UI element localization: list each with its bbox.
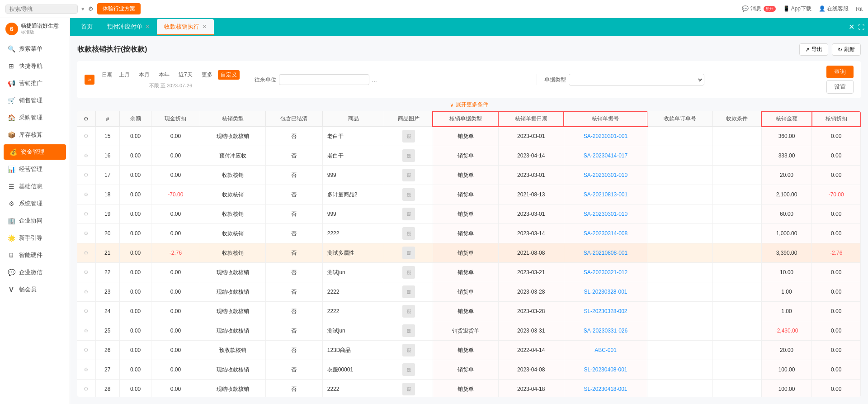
cell-verify-type: 现结收款核销 <box>200 380 265 397</box>
sidebar-item-wechat[interactable]: 💬 企业微信 <box>0 264 70 281</box>
cell-goods: 老白干 <box>322 146 384 166</box>
bill-type-select[interactable] <box>569 74 704 86</box>
cell-goods-img: 🖼 <box>384 127 433 146</box>
tab-receipt[interactable]: 收款核销执行 ✕ <box>157 19 214 35</box>
sidebar-item-search[interactable]: 🔍 搜索菜单 <box>0 40 70 57</box>
filter-toggle-btn[interactable]: » <box>85 75 94 85</box>
tab-close-all-icon[interactable]: ✕ <box>849 23 854 31</box>
th-balance: 余额 <box>120 111 151 127</box>
tab-maximize-icon[interactable]: ⛶ <box>858 24 864 31</box>
cell-goods-img: 🖼 <box>384 321 433 341</box>
sidebar-item-inventory[interactable]: 📦 库存核算 <box>0 126 70 143</box>
sidebar-item-marketing[interactable]: 📢 营销推广 <box>0 75 70 92</box>
verify-number-link[interactable]: SA-20230331-026 <box>584 328 627 334</box>
verify-number-link[interactable]: SA-20230301-010 <box>584 172 627 178</box>
cell-goods-img: 🖼 <box>384 263 433 282</box>
table-header-row: ⚙ # 余额 现金折扣 核销类型 包含已结清 商品 商品图片 核销单据类型 核销… <box>77 111 861 127</box>
cell-verify-number: SL-20230418-001 <box>564 380 647 397</box>
wechat-icon: 💬 <box>7 268 15 276</box>
chevron-down-bill-icon: ▾ <box>698 76 701 83</box>
sidebar-item-hardware[interactable]: 🖥 智能硬件 <box>0 247 70 264</box>
date-label: 日期 <box>102 71 113 79</box>
cell-receipt-order <box>647 380 713 397</box>
cell-include-cleared: 否 <box>265 263 322 282</box>
sidebar-item-guide[interactable]: 🌟 新手引导 <box>0 229 70 247</box>
cell-verify-amount: 20.00 <box>761 341 812 360</box>
cell-goods: 123D商品 <box>322 341 384 360</box>
sidebar-label-wechat: 企业微信 <box>19 268 42 276</box>
cell-verify-amount: 1,000.00 <box>761 224 812 243</box>
tab-prepay[interactable]: 预付冲应付单 ✕ <box>100 19 157 35</box>
verify-number-link[interactable]: SA-20230301-001 <box>584 133 627 139</box>
date-btn-this-year[interactable]: 本年 <box>155 70 173 80</box>
cell-cash-discount: -70.00 <box>151 185 200 204</box>
sidebar-label-sales: 销售管理 <box>19 96 42 105</box>
cell-goods-img: 🖼 <box>384 204 433 224</box>
date-btn-this-month[interactable]: 本月 <box>135 70 153 80</box>
search-input[interactable] <box>5 5 78 14</box>
cell-verify-discount: 0.00 <box>812 127 861 146</box>
sidebar-item-basic[interactable]: ☰ 基础信息 <box>0 178 70 195</box>
table-row: ⚙ 21 0.00 -2.76 收款核销 否 测试多属性 🖼 销货单 2021-… <box>77 243 861 263</box>
partner-input[interactable] <box>279 74 369 85</box>
cell-balance: 0.00 <box>120 341 151 360</box>
operations-icon: 📊 <box>7 165 15 173</box>
cell-receipt-order <box>647 263 713 282</box>
cell-receipt-order <box>647 146 713 166</box>
cell-cash-discount: 0.00 <box>151 302 200 321</box>
verify-number-link[interactable]: SA-20210808-001 <box>584 250 627 256</box>
sidebar-item-system[interactable]: ⚙ 系统管理 <box>0 195 70 212</box>
cell-verify-discount: 0.00 <box>812 341 861 360</box>
verify-number-link[interactable]: SL-20230418-001 <box>584 386 627 392</box>
refresh-button[interactable]: ↻ 刷新 <box>832 43 861 56</box>
sidebar-item-purchase[interactable]: 🏠 采购管理 <box>0 109 70 126</box>
verify-number-link[interactable]: SL-20230408-001 <box>584 366 627 373</box>
search-menu-icon: 🔍 <box>7 45 15 53</box>
setting-button[interactable]: 设置 <box>826 80 854 94</box>
gear-icon[interactable]: ⚙ <box>88 5 94 12</box>
cell-verify-bill-type: 销货单 <box>433 360 498 380</box>
verify-number-link[interactable]: ABC-001 <box>594 347 617 353</box>
cell-verify-bill-type: 销货单 <box>433 185 498 204</box>
cell-include-cleared: 否 <box>265 380 322 397</box>
verify-number-link[interactable]: SA-20230414-017 <box>584 152 627 159</box>
cell-verify-amount: 100.00 <box>761 360 812 380</box>
expand-bar: ∨ 展开更多条件 <box>77 101 861 109</box>
date-btn-more[interactable]: 更多 <box>198 70 216 80</box>
cell-verify-number: SA-20210808-001 <box>564 243 647 263</box>
verify-number-link[interactable]: SL-20230328-002 <box>584 308 627 314</box>
top-bar: ▾ ⚙ 体验行业方案 💬 消息 99+ 📱 App下载 👤 在线客服 Rit <box>0 0 868 18</box>
verify-number-link[interactable]: SL-20230328-001 <box>584 289 627 295</box>
solution-button[interactable]: 体验行业方案 <box>97 3 141 14</box>
sidebar-item-enterprise[interactable]: 🏢 企业协同 <box>0 212 70 229</box>
sidebar-item-member[interactable]: V 畅会员 <box>0 281 70 298</box>
verify-number-link[interactable]: SA-20230301-010 <box>584 211 627 217</box>
query-button[interactable]: 查询 <box>826 66 854 78</box>
verify-number-link[interactable]: SA-20210813-001 <box>584 191 627 198</box>
tab-prepay-close[interactable]: ✕ <box>145 24 150 30</box>
sidebar-item-sales[interactable]: 🛒 销售管理 <box>0 92 70 109</box>
cell-verify-bill-type: 销货单 <box>433 224 498 243</box>
cell-cash-discount: 0.00 <box>151 341 200 360</box>
verify-number-link[interactable]: SA-20230321-012 <box>584 269 627 276</box>
cell-balance: 0.00 <box>120 360 151 380</box>
tab-receipt-close[interactable]: ✕ <box>202 24 207 30</box>
app-download-item[interactable]: 📱 App下载 <box>783 5 811 13</box>
sidebar-item-funds[interactable]: 💰 资金管理 <box>4 144 66 160</box>
cell-include-cleared: 否 <box>265 321 322 341</box>
date-btn-last-month[interactable]: 上月 <box>115 70 133 80</box>
date-btn-7days[interactable]: 近7天 <box>175 70 196 80</box>
cell-cash-discount: 0.00 <box>151 321 200 341</box>
expand-more-button[interactable]: ∨ 展开更多条件 <box>450 101 488 109</box>
marketing-icon: 📢 <box>7 79 15 87</box>
sidebar-item-operations[interactable]: 📊 经营管理 <box>0 161 70 178</box>
cell-gear: ⚙ <box>77 166 95 185</box>
online-service-item[interactable]: 👤 在线客服 <box>819 5 849 13</box>
date-btn-custom[interactable]: 自定义 <box>218 70 240 80</box>
verify-number-link[interactable]: SA-20230314-008 <box>584 230 627 237</box>
sidebar-item-quicknav[interactable]: ⊞ 快捷导航 <box>0 57 70 75</box>
message-item[interactable]: 💬 消息 99+ <box>742 5 776 13</box>
export-button[interactable]: ↗ 导出 <box>799 43 828 56</box>
tab-home[interactable]: 首页 <box>74 19 100 35</box>
cell-verify-date: 2023-04-14 <box>498 146 564 166</box>
